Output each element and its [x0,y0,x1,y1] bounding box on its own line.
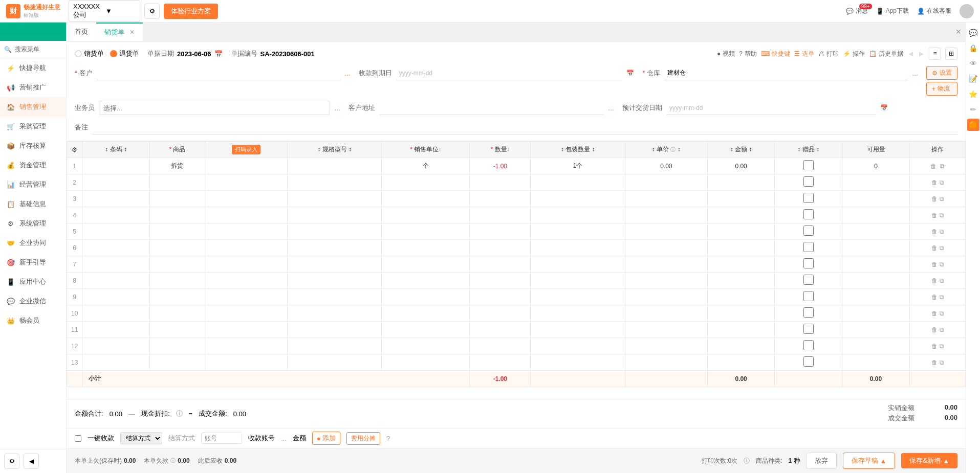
expected-cal-icon[interactable]: 📅 [880,104,888,111]
delete-row-9-icon[interactable]: 🗑 [931,294,938,301]
expense-info-icon[interactable]: ? [386,435,390,442]
delete-row-10-icon[interactable]: 🗑 [931,310,938,317]
gift-checkbox-12[interactable] [803,340,814,350]
tab-home[interactable]: 首页 [67,22,96,41]
delete-row-13-icon[interactable]: 🗑 [931,359,938,366]
th-available[interactable]: 可用量 [842,142,909,158]
customer-input[interactable] [97,66,340,80]
th-pack-qty[interactable]: ↕ 包装数量 ↕ [531,142,625,158]
copy-row-8-icon[interactable]: ⧉ [940,277,944,284]
sidebar-item-guide[interactable]: 🎯 新手引导 [0,253,66,272]
radio-return[interactable]: 退货单 [110,49,139,58]
right-panel-edit-icon[interactable]: ✏ [967,103,979,116]
add-payment-button[interactable]: ● 添加 [312,432,340,445]
gift-checkbox-10[interactable] [803,307,814,318]
sidebar-item-wechat[interactable]: 💬 企业微信 [0,291,66,311]
delete-row-11-icon[interactable]: 🗑 [931,326,938,333]
company-selector[interactable]: XXXXXX公司 ▼ [69,0,140,22]
expense-split-button[interactable]: 费用分摊 [346,432,380,445]
th-spec[interactable]: ↕ 规格型号 ↕ [287,142,381,158]
th-setting[interactable]: ⚙ [67,142,82,158]
collection-cal-icon[interactable]: 📅 [626,70,634,77]
sidebar-item-operations[interactable]: 📊 经营管理 [0,175,66,194]
gift-checkbox-3[interactable] [803,193,814,203]
settings-icon[interactable]: ⚙ [144,4,160,19]
logistics-button[interactable]: + 物流 [926,82,957,96]
sidebar-item-collab[interactable]: 🤝 企业协同 [0,233,66,253]
view-grid-icon[interactable]: ⊞ [945,48,957,60]
sidebar-item-member[interactable]: 👑 畅会员 [0,311,66,330]
toolbar-select[interactable]: ☰ 选单 [794,50,814,58]
radio-sale[interactable]: 销货单 [75,49,104,58]
gift-checkbox-1[interactable] [803,160,814,170]
gift-checkbox-13[interactable] [803,356,814,367]
close-window-button[interactable]: ✕ [955,28,962,36]
copy-row-3-icon[interactable]: ⧉ [940,195,944,202]
view-list-icon[interactable]: ≡ [929,48,941,60]
delete-row-12-icon[interactable]: 🗑 [931,343,938,350]
delete-row-7-icon[interactable]: 🗑 [931,261,938,268]
sidebar-item-basics[interactable]: 📋 基础信息 [0,194,66,214]
delete-row-6-icon[interactable]: 🗑 [931,244,938,252]
expected-date-input[interactable]: yyyy-mm-dd [666,101,876,115]
sidebar-item-purchase[interactable]: 🛒 采购管理 [0,117,66,136]
app-download-button[interactable]: 📱 App下载 [876,7,909,15]
sidebar-item-quick-nav[interactable]: ⚡ 快捷导航 [0,58,66,78]
copy-row-11-icon[interactable]: ⧉ [940,326,944,333]
copy-row-5-icon[interactable]: ⧉ [940,228,944,235]
copy-row-4-icon[interactable]: ⧉ [940,212,944,219]
salesperson-input[interactable] [99,101,330,115]
save-draft-button[interactable]: 保存草稿 ▲ [843,453,896,469]
delete-row-5-icon[interactable]: 🗑 [931,228,938,235]
delete-row-4-icon[interactable]: 🗑 [931,212,938,219]
online-service-button[interactable]: 👤 在线客服 [917,7,951,15]
delete-row-1-icon[interactable]: 🗑 [930,163,937,170]
settle-method-select[interactable]: 结算方式 [120,432,162,444]
toolbar-operation[interactable]: ⚡ 操作 [843,50,865,58]
sidebar-search[interactable]: 🔍 搜索菜单 [0,41,66,58]
delete-row-2-icon[interactable]: 🗑 [931,179,938,186]
toolbar-shortcut[interactable]: ⌨ 快捷键 [761,50,790,58]
trial-button[interactable]: 体验行业方案 [164,4,218,19]
copy-row-13-icon[interactable]: ⧉ [940,359,944,366]
right-panel-lock-icon[interactable]: 🔒 [967,42,979,54]
right-panel-note-icon[interactable]: 📝 [967,73,979,85]
message-button[interactable]: 💬 消息 99+ [846,7,868,15]
scan-button[interactable]: 扫码录入 [232,145,260,154]
right-panel-alert-icon[interactable]: 🟠 [967,119,979,131]
gift-checkbox-8[interactable] [803,275,814,285]
avatar[interactable] [960,4,974,18]
right-panel-eye-icon[interactable]: 👁 [967,57,979,70]
collection-date-input[interactable]: yyyy-mm-dd [396,66,623,80]
gift-checkbox-6[interactable] [803,242,814,252]
account-dots-button[interactable]: ... [281,435,287,442]
gift-checkbox-9[interactable] [803,291,814,301]
th-gift[interactable]: ↕ 赠品 ↕ [775,142,842,158]
address-dots-button[interactable]: ... [608,104,614,112]
gift-checkbox-7[interactable] [803,258,814,268]
customer-address-input[interactable] [379,101,604,115]
copy-row-12-icon[interactable]: ⧉ [940,343,944,350]
right-panel-star-icon[interactable]: ⭐ [967,88,979,100]
gift-checkbox-4[interactable] [803,209,814,219]
delete-row-8-icon[interactable]: 🗑 [931,277,938,284]
customer-dots-button[interactable]: ... [344,69,351,77]
copy-row-9-icon[interactable]: ⧉ [940,294,944,301]
sidebar-item-system[interactable]: ⚙ 系统管理 [0,214,66,233]
th-amount[interactable]: ↕ 金额 ↕ [707,142,775,158]
th-unit[interactable]: * 销售单位↕ [382,142,470,158]
tab-close-icon[interactable]: ✕ [129,29,135,36]
sidebar-item-apps[interactable]: 📱 应用中心 [0,272,66,291]
settings-button[interactable]: ⚙ 设置 [926,66,957,80]
gift-checkbox-5[interactable] [803,226,814,236]
salesperson-dots-button[interactable]: ... [334,104,340,112]
copy-row-6-icon[interactable]: ⧉ [940,244,944,252]
warehouse-input[interactable]: 建材仓 [664,66,908,80]
account-input[interactable] [201,433,242,444]
calendar-icon[interactable]: 📅 [214,50,223,58]
copy-row-2-icon[interactable]: ⧉ [940,179,944,186]
one-click-checkbox[interactable] [75,435,81,442]
right-panel-chat-icon[interactable]: 💬 [967,27,979,39]
warehouse-dots-button[interactable]: ... [912,69,918,77]
gift-checkbox-11[interactable] [803,324,814,334]
